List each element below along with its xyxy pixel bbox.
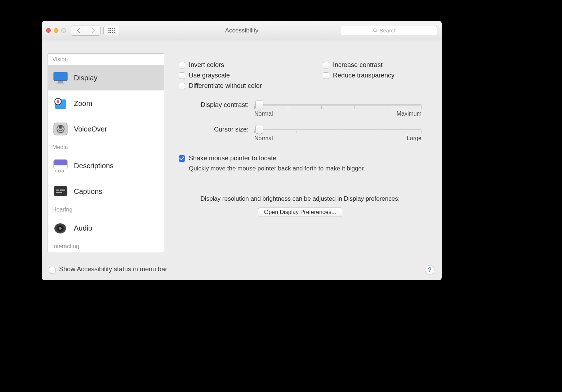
- svg-line-1: [376, 31, 377, 32]
- svg-rect-8: [54, 123, 67, 135]
- main-pane: Invert colors Increase contrast Use gray…: [170, 53, 436, 253]
- display-contrast-slider[interactable]: Normal Maximum: [254, 101, 422, 117]
- back-button[interactable]: [71, 26, 86, 35]
- display-contrast-row: Display contrast: Normal Maximum: [179, 101, 422, 117]
- cursor-size-slider[interactable]: Normal Large: [254, 126, 422, 142]
- chevron-left-icon: [77, 28, 80, 33]
- svg-point-22: [59, 227, 62, 230]
- shake-pointer-block: Shake mouse pointer to locate Quickly mo…: [179, 155, 422, 172]
- help-button[interactable]: ?: [425, 265, 434, 275]
- svg-point-14: [58, 170, 61, 172]
- shake-pointer-checkbox[interactable]: [179, 155, 185, 162]
- descriptions-icon: [52, 157, 69, 174]
- display-contrast-label: Display contrast:: [179, 101, 254, 109]
- sidebar-item-voiceover[interactable]: VoiceOver: [48, 116, 164, 142]
- sidebar-item-display[interactable]: Display: [48, 65, 164, 90]
- audio-icon: [52, 220, 69, 236]
- invert-colors-row[interactable]: Invert colors: [179, 61, 323, 69]
- reduce-transparency-label: Reduce transparency: [333, 72, 394, 79]
- sidebar-item-label: VoiceOver: [74, 125, 107, 133]
- zoom-icon: [52, 95, 69, 112]
- svg-point-13: [55, 170, 57, 172]
- sidebar: Vision Display Zoom VoiceOver Media: [48, 53, 164, 253]
- sidebar-item-label: Descriptions: [74, 162, 113, 170]
- sidebar-section-media: Media: [48, 142, 164, 153]
- shake-pointer-label: Shake mouse pointer to locate: [189, 155, 276, 162]
- reduce-transparency-row[interactable]: Reduce transparency: [323, 72, 422, 79]
- window-controls: [46, 28, 66, 33]
- invert-colors-checkbox[interactable]: [179, 62, 185, 68]
- forward-button[interactable]: [86, 26, 100, 35]
- differentiate-checkbox[interactable]: [179, 83, 185, 89]
- svg-rect-4: [57, 83, 64, 84]
- sidebar-section-interacting: Interacting: [48, 241, 164, 252]
- options-grid: Invert colors Increase contrast Use gray…: [179, 61, 422, 93]
- resolution-block: Display resolution and brightness can be…: [179, 195, 422, 217]
- svg-rect-19: [56, 192, 62, 193]
- nav-back-forward: [71, 26, 101, 36]
- sidebar-item-audio[interactable]: Audio: [48, 215, 164, 241]
- footer-checkbox-row[interactable]: Show Accessibility status in menu bar: [49, 266, 167, 273]
- search-field-wrap[interactable]: [340, 26, 437, 35]
- open-display-preferences-button[interactable]: Open Display Preferences...: [258, 208, 342, 217]
- preferences-window: Accessibility Vision Display Z: [42, 21, 442, 280]
- search-icon: [373, 28, 378, 33]
- shake-pointer-hint: Quickly move the mouse pointer back and …: [189, 165, 422, 172]
- svg-rect-17: [56, 190, 59, 191]
- increase-contrast-checkbox[interactable]: [323, 62, 329, 68]
- sidebar-item-label: Audio: [74, 224, 92, 232]
- svg-rect-18: [60, 190, 65, 191]
- differentiate-row[interactable]: Differentiate without color: [179, 82, 422, 90]
- svg-point-15: [62, 170, 64, 172]
- use-grayscale-row[interactable]: Use grayscale: [179, 72, 323, 79]
- invert-colors-label: Invert colors: [189, 61, 224, 69]
- search-input[interactable]: [380, 27, 405, 34]
- titlebar: Accessibility: [42, 21, 442, 40]
- sidebar-item-label: Captions: [74, 187, 102, 196]
- window-body: Vision Display Zoom VoiceOver Media: [42, 40, 442, 280]
- cursor-max-label: Large: [407, 135, 422, 142]
- cursor-size-row: Cursor size: Normal Large: [179, 126, 422, 142]
- svg-rect-2: [54, 72, 67, 81]
- svg-rect-10: [59, 126, 62, 129]
- svg-rect-3: [58, 81, 63, 83]
- resolution-note: Display resolution and brightness can be…: [179, 195, 422, 202]
- close-window-button[interactable]: [46, 28, 51, 33]
- sidebar-section-hearing: Hearing: [48, 204, 164, 215]
- grid-icon: [108, 28, 115, 33]
- captions-icon: [52, 183, 69, 200]
- show-status-label: Show Accessibility status in menu bar: [59, 266, 167, 273]
- voiceover-icon: [52, 121, 69, 137]
- svg-point-0: [373, 29, 376, 32]
- differentiate-label: Differentiate without color: [189, 82, 262, 90]
- sidebar-item-label: Zoom: [74, 99, 92, 108]
- sidebar-item-captions[interactable]: Captions: [48, 178, 164, 204]
- cursor-size-label: Cursor size:: [179, 126, 254, 133]
- svg-rect-16: [54, 186, 67, 196]
- show-all-button[interactable]: [103, 26, 120, 35]
- shake-pointer-row[interactable]: Shake mouse pointer to locate: [179, 155, 422, 162]
- cursor-min-label: Normal: [254, 135, 273, 142]
- chevron-right-icon: [92, 28, 95, 33]
- display-icon: [52, 70, 69, 86]
- increase-contrast-label: Increase contrast: [333, 61, 383, 69]
- reduce-transparency-checkbox[interactable]: [323, 72, 329, 79]
- show-status-checkbox[interactable]: [49, 267, 55, 273]
- use-grayscale-label: Use grayscale: [189, 72, 230, 79]
- sidebar-item-label: Display: [74, 74, 98, 82]
- sidebar-section-vision: Vision: [48, 54, 164, 65]
- sidebar-item-zoom[interactable]: Zoom: [48, 90, 164, 116]
- minimize-window-button[interactable]: [54, 28, 58, 33]
- use-grayscale-checkbox[interactable]: [179, 72, 185, 79]
- sidebar-item-descriptions[interactable]: Descriptions: [48, 153, 164, 178]
- contrast-max-label: Maximum: [397, 111, 422, 117]
- contrast-min-label: Normal: [254, 111, 273, 117]
- zoom-window-button[interactable]: [61, 28, 66, 33]
- increase-contrast-row[interactable]: Increase contrast: [323, 61, 422, 69]
- svg-rect-12: [54, 160, 67, 165]
- svg-point-7: [57, 100, 59, 103]
